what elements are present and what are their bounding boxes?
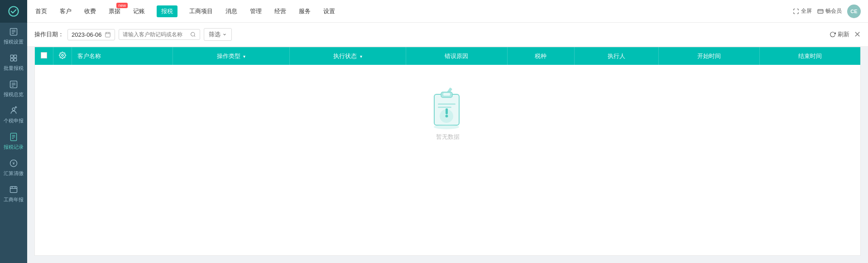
sidebar-logo	[0, 0, 27, 23]
th-client-name: 客户名称	[72, 47, 173, 65]
th-op-type[interactable]: 操作类型 ▾	[173, 47, 289, 65]
svg-rect-5	[10, 55, 13, 58]
sidebar-item-tax-records[interactable]: 报税记录	[0, 128, 27, 154]
tax-settings-icon	[8, 26, 19, 37]
filter-button[interactable]: 筛选	[204, 28, 232, 41]
new-badge: new	[116, 3, 128, 8]
member-label: 畅会员	[825, 7, 842, 15]
search-box[interactable]	[119, 29, 200, 40]
toolbar-right: 刷新 ✕	[830, 30, 861, 39]
nav-home[interactable]: 首页	[34, 5, 48, 17]
member-btn[interactable]: 畅会员	[817, 7, 842, 15]
svg-rect-42	[443, 93, 450, 96]
annual-report-icon	[8, 184, 19, 195]
empty-illustration	[425, 83, 470, 128]
page-content: 操作日期： 2023-06-06 筛选	[27, 23, 868, 263]
exec-status-sort-icon: ▾	[360, 54, 362, 59]
th-exec-status[interactable]: 执行状态 ▾	[289, 47, 406, 65]
main-area: 首页 客户 收费 票据 new 记账 报税 工商项目 消息 管理 经营 服务 设…	[27, 0, 868, 263]
nav-management[interactable]: 管理	[249, 5, 263, 17]
sidebar-item-settlement[interactable]: ¥ 汇算清缴	[0, 154, 27, 180]
th-tax-type: 税种	[507, 47, 574, 65]
nav-services[interactable]: 服务	[298, 5, 312, 17]
svg-rect-8	[14, 58, 17, 61]
svg-rect-46	[438, 103, 456, 105]
data-table: 客户名称 操作类型 ▾ 执行状态 ▾ 错误原因	[35, 47, 860, 168]
svg-point-36	[62, 54, 63, 56]
refresh-label: 刷新	[838, 30, 849, 39]
svg-rect-9	[10, 81, 17, 88]
personal-tax-icon	[8, 105, 19, 116]
select-all-checkbox[interactable]	[41, 52, 47, 58]
sidebar-item-annual-report[interactable]: 工商年报	[0, 180, 27, 207]
nav-messages[interactable]: 消息	[225, 5, 238, 17]
svg-text:¥: ¥	[12, 161, 15, 166]
date-label: 操作日期：	[34, 30, 64, 39]
date-picker[interactable]: 2023-06-06	[67, 29, 115, 40]
batch-tax-icon	[8, 53, 19, 63]
th-executor: 执行人	[574, 47, 658, 65]
tax-summary-icon	[8, 79, 19, 90]
svg-point-13	[12, 108, 15, 111]
empty-state: 暂无数据	[35, 65, 860, 168]
user-avatar[interactable]: CE	[847, 5, 861, 18]
refresh-button[interactable]: 刷新	[830, 30, 849, 39]
table-container: 客户名称 操作类型 ▾ 执行状态 ▾ 错误原因	[34, 47, 861, 256]
svg-rect-47	[438, 107, 451, 108]
nav-business[interactable]: 工商项目	[188, 5, 214, 17]
nav-invoices[interactable]: 票据 new	[108, 5, 121, 17]
topnav: 首页 客户 收费 票据 new 记账 报税 工商项目 消息 管理 经营 服务 设…	[27, 0, 868, 23]
svg-point-45	[445, 115, 448, 117]
th-checkbox[interactable]	[35, 47, 53, 65]
topnav-right: 全屏 畅会员 CE	[793, 5, 861, 18]
svg-text:CE: CE	[850, 9, 857, 14]
svg-rect-44	[446, 108, 448, 114]
fullscreen-btn[interactable]: 全屏	[793, 7, 812, 15]
date-value: 2023-06-06	[72, 31, 102, 38]
th-error-reason: 错误原因	[406, 47, 507, 65]
svg-point-48	[434, 125, 459, 129]
th-start-time: 开始时间	[658, 47, 760, 65]
sidebar-item-tax-settings[interactable]: 报税设置	[0, 23, 27, 49]
svg-point-0	[9, 7, 19, 16]
fullscreen-label: 全屏	[801, 7, 812, 15]
svg-point-34	[191, 32, 195, 36]
settlement-icon: ¥	[8, 158, 19, 169]
toolbar: 操作日期： 2023-06-06 筛选	[27, 23, 868, 47]
svg-rect-22	[10, 186, 17, 192]
sidebar: 报税设置 批量报税 报税总览	[0, 0, 27, 263]
sidebar-item-personal-tax[interactable]: 个税申报	[0, 102, 27, 128]
svg-rect-26	[818, 9, 823, 13]
nav-operations[interactable]: 经营	[273, 5, 287, 17]
op-type-sort-icon: ▾	[243, 54, 245, 59]
svg-rect-30	[105, 32, 110, 37]
svg-line-35	[194, 35, 195, 36]
sidebar-item-batch-tax[interactable]: 批量报税	[0, 49, 27, 75]
svg-rect-6	[14, 55, 17, 58]
nav-tax[interactable]: 报税	[157, 5, 177, 17]
nav-accounts[interactable]: 记账	[132, 5, 146, 17]
tax-records-icon	[8, 132, 19, 142]
empty-text: 暂无数据	[436, 133, 460, 141]
nav-billing[interactable]: 收费	[83, 5, 97, 17]
nav-clients[interactable]: 客户	[59, 5, 72, 17]
nav-settings[interactable]: 设置	[322, 5, 336, 17]
svg-rect-7	[10, 58, 13, 61]
th-settings[interactable]	[53, 47, 72, 65]
th-end-time: 结束时间	[760, 47, 860, 65]
search-input[interactable]	[123, 31, 188, 38]
close-button[interactable]: ✕	[854, 30, 861, 39]
filter-label: 筛选	[209, 30, 221, 39]
sidebar-item-tax-summary[interactable]: 报税总览	[0, 75, 27, 102]
